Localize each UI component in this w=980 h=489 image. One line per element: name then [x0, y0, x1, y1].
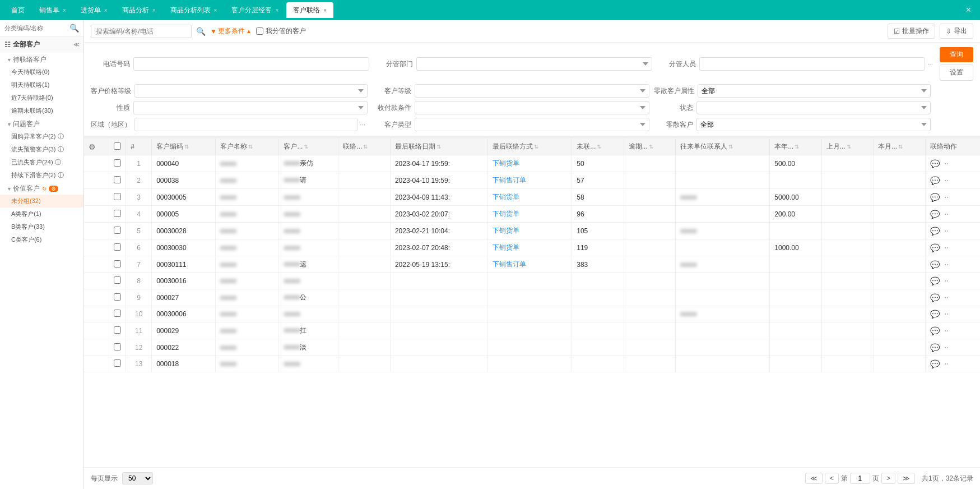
- td-checkbox[interactable]: [109, 206, 126, 223]
- my-customers-check[interactable]: [256, 27, 263, 35]
- batch-ops-button[interactable]: ☑ 批量操作: [888, 24, 935, 39]
- row-checkbox[interactable]: [114, 227, 121, 234]
- more-action-icon[interactable]: ⋅⋅: [944, 293, 949, 302]
- td-checkbox[interactable]: [109, 223, 126, 239]
- nav-tab-customer-contact-close[interactable]: ×: [323, 7, 327, 13]
- page-size-select[interactable]: 50 20 100: [122, 472, 153, 485]
- select-all-checkbox[interactable]: [114, 142, 121, 150]
- td-checkbox[interactable]: [109, 189, 126, 206]
- chat-icon[interactable]: 💬: [930, 359, 940, 368]
- chat-icon[interactable]: 💬: [930, 310, 940, 319]
- last-contact-method-link[interactable]: 下销售订单: [493, 176, 526, 184]
- th-last-month[interactable]: 上月...⇅: [821, 139, 873, 155]
- td-last-method[interactable]: 下销货单: [488, 155, 572, 172]
- th-this-year[interactable]: 本年...⇅: [770, 139, 821, 155]
- nav-tab-analysis-close[interactable]: ×: [152, 7, 156, 13]
- sidebar-item-churned[interactable]: 已流失客户(24) ⓘ: [0, 156, 83, 169]
- filter-search-icon[interactable]: 🔍: [196, 27, 206, 36]
- th-customer-code[interactable]: 客户编码⇅: [152, 139, 216, 155]
- nav-tab-analysis[interactable]: 商品分析 ×: [115, 2, 162, 18]
- more-action-icon[interactable]: ⋅⋅: [944, 310, 949, 319]
- sidebar-all-customers[interactable]: ☷ 全部客户 ≪: [0, 36, 83, 53]
- sidebar-item-unclassified[interactable]: 未分组(32): [0, 195, 83, 207]
- filter-nature-select[interactable]: [133, 101, 368, 114]
- row-checkbox[interactable]: [114, 159, 121, 167]
- th-days-no-contact[interactable]: 未联...⇅: [572, 139, 624, 155]
- chat-icon[interactable]: 💬: [930, 243, 940, 252]
- sidebar-item-churn-warning[interactable]: 流失预警客户(3) ⓘ: [0, 143, 83, 156]
- more-action-icon[interactable]: ⋅⋅: [944, 343, 949, 352]
- td-checkbox[interactable]: [109, 256, 126, 273]
- td-checkbox[interactable]: [109, 239, 126, 256]
- td-last-method[interactable]: [488, 322, 572, 339]
- td-checkbox[interactable]: [109, 322, 126, 339]
- th-overdue[interactable]: 逾期...⇅: [624, 139, 675, 155]
- nav-home[interactable]: 首页: [4, 2, 31, 18]
- td-checkbox[interactable]: [109, 339, 126, 356]
- filter-dept-select[interactable]: [416, 57, 652, 71]
- row-checkbox[interactable]: [114, 343, 121, 350]
- td-last-method[interactable]: 下销货单: [488, 223, 572, 239]
- nav-tab-sales[interactable]: 销售单 ×: [32, 2, 73, 18]
- manager-more-icon[interactable]: ···: [925, 60, 935, 68]
- collapse-icon[interactable]: ≪: [73, 41, 79, 48]
- nav-tab-analysis-list-close[interactable]: ×: [214, 7, 217, 13]
- last-contact-method-link[interactable]: 下销货单: [493, 193, 519, 201]
- th-customer-extra[interactable]: 客户...⇅: [279, 139, 338, 155]
- chat-icon[interactable]: 💬: [930, 276, 940, 285]
- td-last-method[interactable]: 下销售订单: [488, 172, 572, 189]
- th-last-contact-method[interactable]: 最后联络方式⇅: [488, 139, 572, 155]
- sidebar-item-class-a[interactable]: A类客户(1): [0, 207, 83, 220]
- td-last-method[interactable]: [488, 356, 572, 372]
- sidebar-search-icon[interactable]: 🔍: [69, 24, 79, 33]
- th-contact[interactable]: 联络...⇅: [338, 139, 390, 155]
- window-close-button[interactable]: ×: [962, 5, 976, 15]
- more-action-icon[interactable]: ⋅⋅: [944, 193, 949, 202]
- td-last-method[interactable]: 下销售订单: [488, 256, 572, 273]
- nav-tab-purchase-close[interactable]: ×: [104, 7, 108, 13]
- next-page-btn[interactable]: >: [881, 473, 895, 484]
- sidebar-search-input[interactable]: [4, 25, 69, 31]
- nav-tab-customer-contact[interactable]: 客户联络 ×: [286, 2, 333, 18]
- row-checkbox[interactable]: [114, 359, 121, 367]
- my-customers-checkbox[interactable]: 我分管的客户: [256, 26, 306, 36]
- th-customer-name[interactable]: 客户名称⇅: [215, 139, 279, 155]
- sidebar-group-value[interactable]: ▼ 价值客户 ↻ ⚙: [0, 182, 83, 195]
- sidebar-item-tomorrow-pending[interactable]: 明天待联络(1): [0, 79, 83, 91]
- row-checkbox[interactable]: [114, 243, 121, 251]
- filter-cust-type-select[interactable]: [415, 118, 649, 131]
- nav-tab-customer-segment-close[interactable]: ×: [275, 7, 278, 13]
- last-contact-method-link[interactable]: 下销货单: [493, 243, 519, 251]
- chat-icon[interactable]: 💬: [930, 293, 940, 302]
- query-button[interactable]: 查询: [940, 47, 973, 62]
- chat-icon[interactable]: 💬: [930, 176, 940, 185]
- reset-button[interactable]: 设置: [940, 64, 973, 81]
- sidebar-group-pending[interactable]: ▼ 待联络客户: [0, 53, 83, 66]
- td-last-method[interactable]: 下销货单: [488, 239, 572, 256]
- row-checkbox[interactable]: [114, 276, 121, 284]
- chat-icon[interactable]: 💬: [930, 193, 940, 202]
- row-checkbox[interactable]: [114, 310, 121, 317]
- sidebar-item-7days-pending[interactable]: 近7天待联络(0): [0, 91, 83, 104]
- td-checkbox[interactable]: [109, 356, 126, 372]
- settings-icon[interactable]: ⚙: [89, 142, 96, 151]
- more-action-icon[interactable]: ⋅⋅: [944, 227, 949, 236]
- export-button[interactable]: ⇩ 导出: [940, 24, 973, 39]
- sidebar-item-overdue-pending[interactable]: 逾期未联络(30): [0, 104, 83, 117]
- td-checkbox[interactable]: [109, 273, 126, 289]
- td-checkbox[interactable]: [109, 289, 126, 306]
- row-checkbox[interactable]: [114, 210, 121, 217]
- more-action-icon[interactable]: ⋅⋅: [944, 210, 949, 219]
- th-checkbox[interactable]: [109, 139, 126, 155]
- sidebar-item-declining[interactable]: 持续下滑客户(2) ⓘ: [0, 169, 83, 182]
- row-checkbox[interactable]: [114, 293, 121, 301]
- nav-tab-sales-close[interactable]: ×: [63, 7, 66, 13]
- nav-tab-analysis-list[interactable]: 商品分析列表 ×: [164, 2, 224, 18]
- sidebar-item-today-pending[interactable]: 今天待联络(0): [0, 66, 83, 79]
- td-last-method[interactable]: [488, 289, 572, 306]
- chat-icon[interactable]: 💬: [930, 159, 940, 168]
- td-last-method[interactable]: 下销货单: [488, 189, 572, 206]
- td-last-method[interactable]: [488, 273, 572, 289]
- filter-cust-level-select[interactable]: [415, 84, 649, 98]
- last-contact-method-link[interactable]: 下销货单: [493, 227, 519, 234]
